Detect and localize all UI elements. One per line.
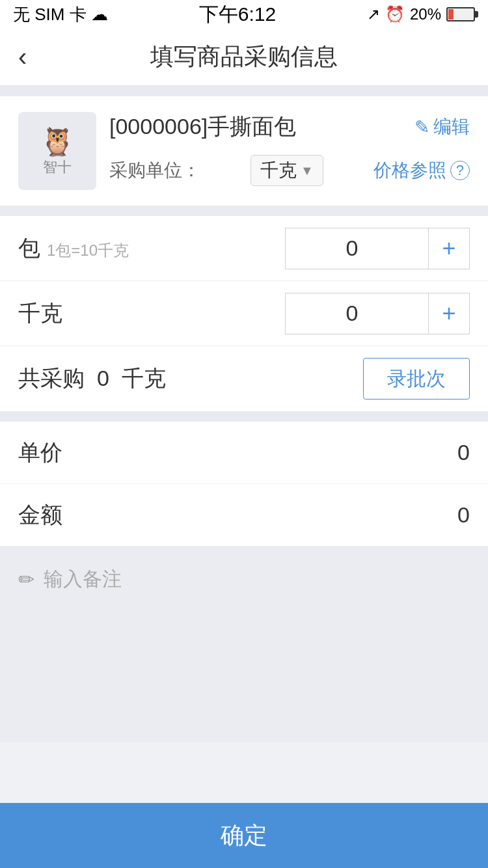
remark-icon: ✏ bbox=[18, 568, 34, 591]
amount-row: 金额 0 bbox=[0, 484, 488, 547]
bao-sublabel: 1包=10千克 bbox=[47, 240, 129, 261]
summary-row: 共采购 0 千克 录批次 bbox=[0, 346, 488, 411]
unit-price-row: 单价 0 bbox=[0, 422, 488, 484]
logo-label: 智十 bbox=[43, 157, 72, 177]
battery-icon bbox=[446, 7, 475, 21]
status-right: ↗ ⏰ 20% bbox=[367, 5, 475, 23]
bao-input[interactable] bbox=[285, 228, 428, 269]
edit-label: 编辑 bbox=[433, 115, 470, 139]
pricing-section: 单价 0 金额 0 bbox=[0, 422, 488, 547]
price-ref-button[interactable]: 价格参照 ? bbox=[373, 158, 470, 183]
product-name: [0000006]手撕面包 bbox=[109, 112, 296, 142]
quantities-section: 包 1包=10千克 + 千克 + bbox=[0, 216, 488, 346]
confirm-button[interactable]: 确定 bbox=[0, 803, 488, 868]
kg-row: 千克 + bbox=[0, 281, 488, 346]
status-bar: 无 SIM 卡 ☁ 下午6:12 ↗ ⏰ 20% bbox=[0, 0, 488, 29]
bao-plus-button[interactable]: + bbox=[428, 228, 470, 269]
unit-label: 采购单位： bbox=[109, 158, 200, 183]
summary-amount: 0 bbox=[97, 366, 109, 390]
location-icon: ↗ bbox=[367, 5, 380, 23]
unit-price-value: 0 bbox=[457, 440, 470, 465]
amount-value: 0 bbox=[457, 502, 470, 528]
kg-input[interactable] bbox=[285, 293, 428, 334]
unit-arrow-icon: ▼ bbox=[301, 163, 314, 178]
edit-icon: ✎ bbox=[414, 116, 429, 138]
status-left: 无 SIM 卡 ☁ bbox=[13, 3, 108, 26]
amount-label: 金额 bbox=[18, 500, 62, 530]
price-ref-help-icon: ? bbox=[450, 161, 470, 180]
kg-input-group: + bbox=[285, 293, 470, 334]
unit-select[interactable]: 千克 ▼ bbox=[251, 155, 323, 186]
kg-label-group: 千克 bbox=[18, 299, 62, 329]
kg-label: 千克 bbox=[18, 299, 62, 329]
product-card: 🦉 智十 [0000006]手撕面包 ✎ 编辑 采购单位： 千克 ▼ 价格参照 … bbox=[0, 96, 488, 206]
bao-label: 包 bbox=[18, 234, 40, 264]
page-title: 填写商品采购信息 bbox=[150, 41, 338, 73]
batch-button[interactable]: 录批次 bbox=[363, 358, 470, 400]
nav-bar: ‹ 填写商品采购信息 bbox=[0, 29, 488, 86]
price-ref-label: 价格参照 bbox=[373, 158, 446, 183]
bao-label-group: 包 1包=10千克 bbox=[18, 234, 129, 264]
product-name-row: [0000006]手撕面包 ✎ 编辑 bbox=[109, 112, 470, 142]
summary-prefix: 共采购 bbox=[18, 366, 85, 390]
battery-percent: 20% bbox=[410, 5, 441, 23]
product-info: [0000006]手撕面包 ✎ 编辑 采购单位： 千克 ▼ 价格参照 ? bbox=[109, 112, 470, 186]
unit-price-label: 单价 bbox=[18, 438, 62, 468]
product-logo: 🦉 bbox=[40, 126, 74, 157]
remark-section: ✏ 输入备注 bbox=[0, 547, 488, 742]
remark-placeholder: 输入备注 bbox=[44, 566, 122, 593]
confirm-label: 确定 bbox=[221, 820, 267, 852]
edit-button[interactable]: ✎ 编辑 bbox=[414, 115, 470, 139]
divider-lower bbox=[0, 411, 488, 422]
divider-mid bbox=[0, 206, 488, 216]
back-button[interactable]: ‹ bbox=[18, 42, 27, 72]
sim-status: 无 SIM 卡 ☁ bbox=[13, 3, 108, 26]
bao-row: 包 1包=10千克 + bbox=[0, 216, 488, 281]
bao-input-group: + bbox=[285, 228, 470, 269]
summary-unit: 千克 bbox=[122, 366, 166, 390]
status-time: 下午6:12 bbox=[199, 1, 276, 28]
divider-top bbox=[0, 86, 488, 96]
remark-input-row[interactable]: ✏ 输入备注 bbox=[18, 566, 470, 593]
alarm-icon: ⏰ bbox=[385, 5, 405, 23]
product-image: 🦉 智十 bbox=[18, 112, 96, 190]
unit-value: 千克 bbox=[260, 158, 297, 183]
kg-plus-button[interactable]: + bbox=[428, 293, 470, 334]
unit-row: 采购单位： 千克 ▼ 价格参照 ? bbox=[109, 155, 470, 186]
summary-text: 共采购 0 千克 bbox=[18, 364, 166, 394]
